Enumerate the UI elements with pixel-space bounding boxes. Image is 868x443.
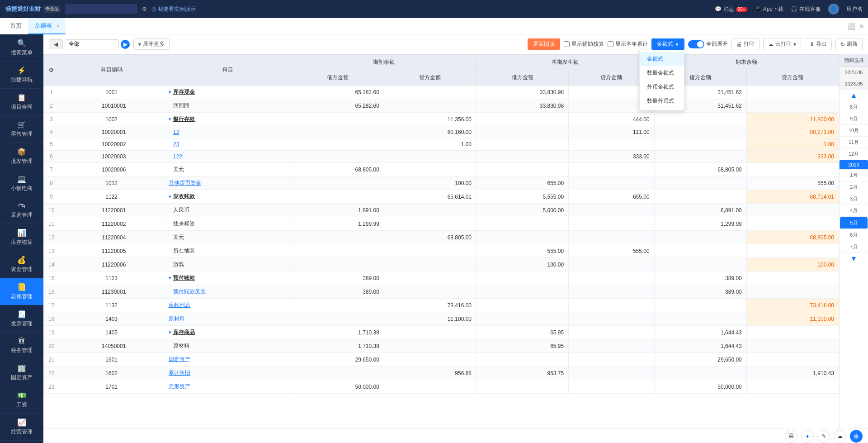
- sidebar-item-cashflow[interactable]: 💰 资金管理: [0, 251, 43, 278]
- show-auxiliary-checkbox[interactable]: 显示辅助核算: [564, 40, 604, 48]
- lang-btn[interactable]: 英: [785, 430, 797, 443]
- panel-month-10[interactable]: 10月: [840, 125, 868, 137]
- service-btn[interactable]: 🎧 在线客服: [791, 5, 821, 13]
- sidebar-item-contract[interactable]: 📋 项目合同: [0, 89, 43, 116]
- sidebar-item-bizmanage[interactable]: 📈 经营管理: [0, 414, 43, 441]
- sidebar-item-invoice[interactable]: 🧾 发票管理: [0, 305, 43, 333]
- refresh-btn[interactable]: ↻ 刷新: [835, 38, 863, 50]
- table-row[interactable]: 21 1601 固定资产 29,650.00 29,650.00: [44, 353, 839, 367]
- table-row[interactable]: 13 11220005 所在地区 555.00 555.00: [44, 244, 839, 258]
- sidebar-item-retail[interactable]: 🛒 零售管理: [0, 116, 43, 143]
- account-name-link[interactable]: 固定资产: [169, 356, 190, 362]
- close-window-icon[interactable]: ✕: [859, 23, 864, 30]
- panel-month-2[interactable]: 2月: [840, 181, 868, 193]
- table-row[interactable]: 15 1123 ▾预付账款 389.00 389.00: [44, 272, 839, 285]
- sidebar-item-ecommerce[interactable]: 💻 小畅电商: [0, 170, 43, 197]
- diamond-icon[interactable]: ♦: [801, 430, 814, 443]
- table-row[interactable]: 1 1001 ▾库存现金 65,282.60 33,830.98 31,451.…: [44, 86, 839, 99]
- table-row[interactable]: 20 14050001 原材料 1,710.38 65.95 1,644.43: [44, 339, 839, 353]
- table-row[interactable]: 17 1132 应收利息 73,416.00 73,416.00: [44, 299, 839, 312]
- style-btn[interactable]: 金额式 ∧: [651, 38, 684, 50]
- panel-nav-up[interactable]: ▲: [840, 90, 868, 101]
- sidebar-item-ledger[interactable]: 📒 总账管理: [0, 278, 43, 305]
- expand-more-btn[interactable]: ▾ 展开更多: [133, 38, 170, 50]
- sidebar-item-search[interactable]: 🔍 搜索菜单: [0, 34, 43, 62]
- account-name-link[interactable]: 应收利息: [169, 302, 190, 308]
- table-row[interactable]: 19 1405 ▾库存商品 1,710.38 65.95 1,644.43: [44, 326, 839, 339]
- table-row[interactable]: 12 11220004 美元 68,805.00 68,805.00: [44, 231, 839, 244]
- account-name-link[interactable]: 其他货币资金: [169, 180, 201, 186]
- print-btn[interactable]: 🖨 打印: [731, 38, 760, 50]
- table-row[interactable]: 22 1602 累计折旧 956.68 953.75 1,910.43: [44, 367, 839, 380]
- sidebar-item-report[interactable]: 🧮 小畅报销: [0, 441, 43, 443]
- panel-month-3[interactable]: 3月: [840, 193, 868, 205]
- panel-month-9[interactable]: 9月: [840, 113, 868, 125]
- sidebar-item-inventory[interactable]: 📊 库存核算: [0, 224, 43, 251]
- style-option-qty-foreign[interactable]: 数量外币式: [640, 94, 684, 108]
- account-search-input[interactable]: [65, 39, 119, 49]
- tab-home[interactable]: 首页: [4, 18, 28, 34]
- style-option-qty-amount[interactable]: 数量金额式: [640, 66, 684, 80]
- nav-forward-btn[interactable]: ▶: [121, 40, 130, 49]
- table-settings-col[interactable]: ⚙: [44, 55, 59, 86]
- table-row[interactable]: 6 10020003 122 333.00 333.00: [44, 151, 839, 163]
- account-name-link[interactable]: 累计折旧: [169, 370, 190, 376]
- panel-nav-down[interactable]: ▼: [840, 253, 868, 265]
- account-name-link[interactable]: 原材料: [169, 315, 185, 322]
- panel-month-1[interactable]: 1月: [840, 170, 868, 181]
- table-row[interactable]: 10 11220001 人民币 1,891.00 5,000.00 6,891.…: [44, 204, 839, 217]
- plus-icon[interactable]: ⊕: [850, 430, 863, 443]
- cloud-icon[interactable]: ☁: [834, 430, 846, 443]
- sidebar-item-wholesale[interactable]: 📦 批发管理: [0, 143, 43, 170]
- sidebar-item-quicknav[interactable]: ⚡ 快捷导航: [0, 62, 43, 89]
- account-name-link[interactable]: 122: [173, 153, 182, 160]
- account-name-link[interactable]: 12: [173, 129, 179, 135]
- sidebar-item-assets[interactable]: 🏢 固定资产: [0, 359, 43, 386]
- settings-icon[interactable]: ⚙: [142, 6, 147, 12]
- panel-month-8[interactable]: 8月: [840, 101, 868, 113]
- sidebar-item-tax[interactable]: 🏛 税务管理: [0, 333, 43, 359]
- tab-balance[interactable]: 余额表 ×: [28, 18, 66, 34]
- table-row[interactable]: 5 10020002 23 1.00 1.00: [44, 138, 839, 151]
- tab-close-icon[interactable]: ×: [57, 23, 59, 29]
- export-btn[interactable]: ⬇ 导出: [805, 38, 832, 50]
- demo-link[interactable]: ◎ 我要看实例演示: [151, 5, 196, 13]
- table-row[interactable]: 11 11220002 往来标签 1,299.99 1,299.99: [44, 217, 839, 231]
- panel-month-6[interactable]: 6月: [840, 229, 868, 241]
- panel-year-2023[interactable]: 2023: [840, 160, 868, 170]
- table-row[interactable]: 23 1701 无形资产 50,000.00 50,000.00: [44, 380, 839, 394]
- table-row[interactable]: 14 11220006 游戏 100.00 100.00: [44, 258, 839, 272]
- table-row[interactable]: 3 1002 ▾银行存款 11,356.00 444.00 11,800.00: [44, 113, 839, 126]
- maximize-icon[interactable]: ⬜: [848, 23, 855, 30]
- table-row[interactable]: 8 1012 其他货币资金 100.00 655.00 555.00: [44, 176, 839, 190]
- sidebar-item-salary[interactable]: 💵 工资: [0, 386, 43, 414]
- style-option-foreign-amount[interactable]: 外币金额式: [640, 80, 684, 94]
- table-row[interactable]: 16 11230001 预付账款美元 389.00 389.00: [44, 285, 839, 299]
- panel-month-4[interactable]: 4月: [840, 205, 868, 217]
- panel-month-5[interactable]: 5月: [840, 217, 868, 229]
- style-option-amount[interactable]: 金额式: [640, 52, 684, 66]
- sidebar-item-purchase[interactable]: 🛍 采购管理: [0, 197, 43, 224]
- panel-month-7[interactable]: 7月: [840, 241, 868, 253]
- account-name-link[interactable]: 无形资产: [169, 383, 190, 390]
- return-btn[interactable]: 退回旧版: [528, 38, 560, 50]
- cloud-print-btn[interactable]: ☁ 云打印 ▾: [763, 38, 801, 50]
- minimize-icon[interactable]: —: [838, 23, 844, 30]
- panel-month-11[interactable]: 11月: [840, 137, 868, 148]
- table-row[interactable]: 9 1122 ▾应收账款 65,614.01 5,555.00 655.00 6…: [44, 190, 839, 204]
- avatar[interactable]: 👤: [828, 4, 839, 14]
- table-row[interactable]: 18 1403 原材料 11,100.00 11,100.00: [44, 312, 839, 326]
- message-btn[interactable]: 💬 消息 99+: [715, 5, 747, 13]
- table-row[interactable]: 7 10020006 美元 68,805.00 68,805.00: [44, 163, 839, 176]
- panel-month-12[interactable]: 12月: [840, 148, 868, 160]
- table-row[interactable]: 2 10010001 回回回 65,282.60 33,830.98 31,45…: [44, 99, 839, 113]
- top-search-input[interactable]: [65, 4, 137, 14]
- show-ytd-checkbox[interactable]: 显示本年累计: [608, 40, 648, 48]
- download-btn[interactable]: 📱 App下载: [755, 5, 783, 13]
- toggle-switch-btn[interactable]: [688, 40, 704, 48]
- account-name-link[interactable]: 23: [173, 141, 179, 148]
- back-icon[interactable]: ◀: [49, 39, 63, 49]
- edit-icon[interactable]: ✎: [817, 430, 830, 443]
- table-row[interactable]: 4 10020001 12 80,160.00 111.00 80,271.00: [44, 126, 839, 138]
- account-name-link[interactable]: 预付账款美元: [173, 288, 206, 295]
